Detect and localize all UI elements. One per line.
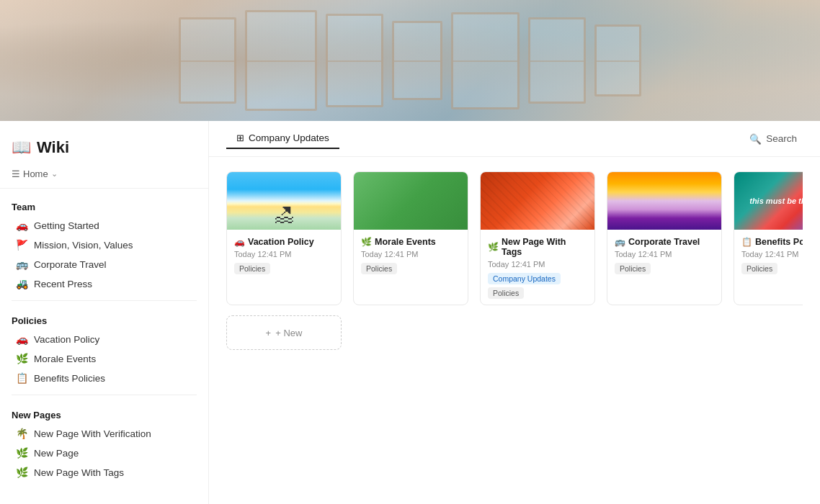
sidebar-item-benefits-policies[interactable]: 📋 Benefits Policies (4, 369, 204, 387)
card-thumbnail-tags (481, 172, 594, 230)
card-title-text: Vacation Policy (248, 237, 314, 247)
hero-banner (0, 0, 820, 121)
sidebar-item-getting-started[interactable]: 🚗 Getting Started (4, 216, 204, 235)
new-page-icon: 🌿 (16, 447, 28, 459)
breadcrumb-label: Home (23, 168, 48, 179)
card-emoji-tags: 🌿 (488, 242, 499, 252)
card-morale-events[interactable]: 🌿 Morale Events Today 12:41 PM Policies (353, 171, 468, 305)
sidebar-item-corporate-travel[interactable]: 🚌 Corporate Travel (4, 255, 204, 274)
card-title-text: Benefits Policies (755, 237, 803, 247)
sidebar-item-label: New Page With Verification (34, 428, 151, 439)
card-thumbnail-text: this must be the place (749, 196, 803, 206)
main-content: ⊞ Company Updates 🔍 Search 🚗 Vacation Po… (209, 121, 820, 504)
grid-icon: ⊞ (236, 132, 244, 143)
add-new-label: + New (275, 328, 302, 338)
morale-events-icon: 🌿 (16, 353, 28, 364)
sidebar-item-label: Corporate Travel (34, 259, 107, 270)
sidebar: 📖 Wiki ☰ Home ⌄ Team 🚗 Getting Started 🚩… (0, 121, 209, 504)
sidebar-item-label: New Page With Tags (34, 467, 124, 478)
sidebar-item-new-page[interactable]: 🌿 New Page (4, 444, 204, 462)
card-date-vacation: Today 12:41 PM (234, 250, 334, 258)
card-date-travel: Today 12:41 PM (615, 250, 714, 258)
card-emoji-benefits: 📋 (741, 237, 752, 247)
card-tags-benefits: Policies (741, 263, 803, 274)
sidebar-item-mission[interactable]: 🚩 Mission, Vision, Values (4, 235, 204, 254)
new-page-tags-icon: 🌿 (16, 467, 28, 478)
tab-company-updates[interactable]: ⊞ Company Updates (226, 128, 339, 149)
tag-company-updates: Company Updates (488, 273, 561, 284)
card-body-vacation: 🚗 Vacation Policy Today 12:41 PM Policie… (227, 230, 341, 280)
sidebar-item-recent-press[interactable]: 🚜 Recent Press (4, 274, 204, 293)
vacation-policy-icon: 🚗 (16, 333, 28, 345)
search-label: Search (766, 133, 797, 144)
sidebar-item-vacation-policy[interactable]: 🚗 Vacation Policy (4, 330, 204, 348)
tag-policies: Policies (488, 287, 524, 299)
card-date-tags: Today 12:41 PM (488, 260, 587, 269)
tag-policies: Policies (234, 263, 270, 274)
card-corporate-travel[interactable]: 🚌 Corporate Travel Today 12:41 PM Polici… (607, 171, 722, 305)
add-new-button[interactable]: + + New (226, 315, 342, 350)
hero-decoration (0, 0, 820, 121)
sidebar-divider-2 (12, 395, 197, 395)
sidebar-item-label: Morale Events (34, 354, 96, 364)
card-body-morale: 🌿 Morale Events Today 12:41 PM Policies (354, 230, 468, 280)
sidebar-item-label: Vacation Policy (34, 334, 99, 345)
card-title-text: Corporate Travel (628, 237, 700, 247)
card-thumbnail-travel (607, 172, 721, 230)
wiki-title-text: Wiki (37, 138, 69, 157)
tag-policies: Policies (615, 263, 651, 274)
card-vacation-policy[interactable]: 🚗 Vacation Policy Today 12:41 PM Policie… (226, 171, 342, 305)
tag-policies: Policies (741, 263, 777, 274)
new-page-verification-icon: 🌴 (16, 428, 28, 439)
sidebar-item-new-page-verification[interactable]: 🌴 New Page With Verification (4, 424, 204, 443)
policies-section-header: Policies (0, 308, 208, 329)
card-tags-vacation: Policies (234, 263, 334, 274)
card-title-text: New Page With Tags (502, 237, 587, 257)
card-body-travel: 🚌 Corporate Travel Today 12:41 PM Polici… (607, 230, 721, 280)
new-pages-section-header: New Pages (0, 402, 208, 423)
chevron-down-icon: ⌄ (51, 169, 58, 179)
card-body-tags: 🌿 New Page With Tags Today 12:41 PM Comp… (481, 230, 594, 305)
card-new-page-with-tags[interactable]: 🌿 New Page With Tags Today 12:41 PM Comp… (480, 171, 595, 305)
sidebar-item-label: New Page (34, 448, 79, 459)
main-header: ⊞ Company Updates 🔍 Search (209, 121, 820, 157)
list-icon: ☰ (12, 168, 20, 179)
search-icon: 🔍 (749, 133, 762, 145)
card-title-text: Morale Events (375, 237, 436, 247)
card-tags-travel: Policies (615, 263, 714, 274)
benefits-policies-icon: 📋 (16, 372, 28, 384)
card-body-benefits: 📋 Benefits Policies Today 12:41 PM Polic… (734, 230, 803, 280)
card-emoji-vacation: 🚗 (234, 237, 245, 247)
sidebar-item-label: Recent Press (34, 279, 92, 289)
sidebar-divider-1 (12, 300, 197, 301)
card-title-benefits: 📋 Benefits Policies (741, 237, 803, 247)
card-emoji-morale: 🌿 (361, 237, 372, 247)
cards-grid: 🚗 Vacation Policy Today 12:41 PM Policie… (226, 171, 803, 305)
card-title-morale: 🌿 Morale Events (361, 237, 460, 247)
corporate-travel-icon: 🚌 (16, 258, 28, 270)
card-date-benefits: Today 12:41 PM (741, 250, 803, 258)
recent-press-icon: 🚜 (16, 278, 28, 289)
plus-icon: + (266, 328, 272, 338)
app-body: 📖 Wiki ☰ Home ⌄ Team 🚗 Getting Started 🚩… (0, 121, 820, 504)
search-button[interactable]: 🔍 Search (744, 130, 803, 148)
card-title-vacation: 🚗 Vacation Policy (234, 237, 334, 247)
mission-icon: 🚩 (16, 239, 28, 251)
getting-started-icon: 🚗 (16, 220, 28, 231)
sidebar-item-label: Mission, Vision, Values (34, 240, 133, 251)
sidebar-item-label: Benefits Policies (34, 373, 105, 384)
sidebar-item-label: Getting Started (34, 220, 99, 231)
card-benefits-policies[interactable]: this must be the place 📋 Benefits Polici… (734, 171, 803, 305)
card-tags-morale: Policies (361, 263, 460, 274)
card-thumbnail-vacation (227, 172, 341, 230)
card-tags-tags: Company Updates Policies (488, 273, 587, 299)
sidebar-item-morale-events[interactable]: 🌿 Morale Events (4, 349, 204, 368)
team-section-header: Team (0, 194, 208, 215)
card-emoji-travel: 🚌 (615, 237, 625, 247)
breadcrumb[interactable]: ☰ Home ⌄ (0, 166, 208, 189)
sidebar-item-new-page-tags[interactable]: 🌿 New Page With Tags (4, 463, 204, 482)
card-date-morale: Today 12:41 PM (361, 250, 460, 258)
wiki-title: 📖 Wiki (0, 132, 208, 166)
card-title-tags: 🌿 New Page With Tags (488, 237, 587, 257)
card-thumbnail-benefits: this must be the place (734, 172, 803, 230)
